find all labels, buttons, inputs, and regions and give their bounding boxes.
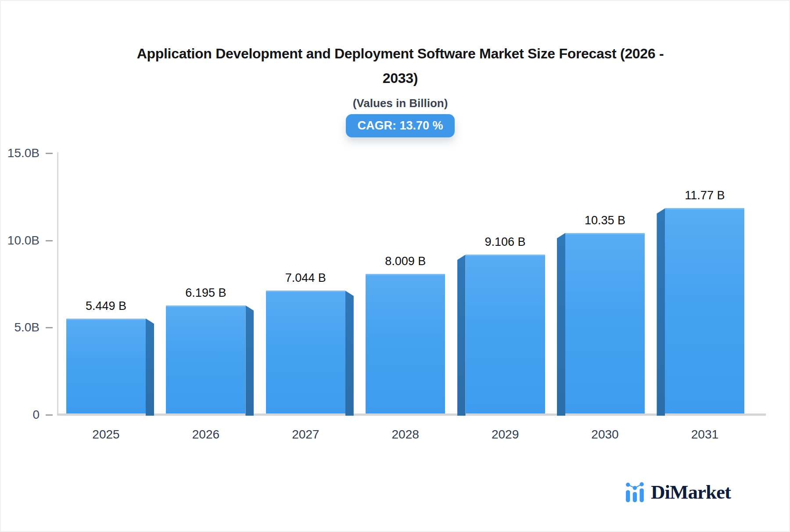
x-axis-label: 2025 [58, 428, 154, 442]
y-axis-tick [46, 153, 53, 154]
bar-value-label: 9.106 B [457, 235, 553, 249]
bar-3d-side [457, 255, 466, 416]
cagr-badge: CAGR: 13.70 % [346, 114, 454, 137]
bar-3d-side [345, 291, 354, 416]
bar-value-label: 6.195 B [158, 286, 254, 300]
bar-value-label: 10.35 B [557, 214, 654, 227]
x-axis-label: 2026 [158, 428, 254, 442]
dimarket-bars-icon [625, 482, 645, 502]
x-axis-label: 2029 [457, 428, 553, 442]
bar-2031[interactable] [665, 208, 744, 413]
bar-3d-side [146, 319, 154, 416]
y-axis-label: 5.0B [1, 321, 40, 334]
chart-title-line2: 2033) [383, 70, 418, 86]
bar-2029[interactable] [466, 255, 545, 413]
bar-3d-side [557, 233, 565, 416]
bar-value-label: 8.009 B [357, 255, 454, 268]
y-axis-tick [46, 414, 53, 416]
chart-header: Application Development and Deployment S… [11, 41, 789, 137]
y-axis-label: 10.0B [1, 234, 40, 247]
bar-2030[interactable] [565, 233, 645, 413]
y-axis-tick [46, 327, 53, 328]
y-axis-label: 0 [1, 408, 40, 421]
bar-3d-side [657, 208, 665, 416]
bar-value-label: 5.449 B [58, 299, 154, 313]
chart-subtitle: (Values in Billion) [11, 97, 789, 110]
bar-3d-side [245, 306, 254, 416]
x-axis-label: 2027 [257, 428, 354, 442]
bar-2027[interactable] [266, 291, 345, 413]
y-axis-line [57, 152, 58, 416]
brand-logo[interactable]: DiMarket [625, 482, 731, 502]
x-axis-label: 2028 [357, 428, 454, 442]
bar-2025[interactable] [66, 319, 146, 413]
chart-title: Application Development and Deployment S… [11, 41, 789, 90]
x-axis-label: 2030 [557, 428, 654, 442]
bar-2028[interactable] [366, 274, 445, 413]
bar-value-label: 11.77 B [657, 189, 753, 202]
x-axis-label: 2031 [657, 428, 753, 442]
bar-value-label: 7.044 B [257, 271, 354, 285]
chart-title-line1: Application Development and Deployment S… [137, 46, 664, 61]
chart-page: Application Development and Deployment S… [0, 0, 790, 532]
brand-name: DiMarket [651, 482, 731, 502]
bar-2026[interactable] [166, 306, 245, 413]
y-axis-tick [46, 240, 53, 241]
y-axis-label: 15.0B [1, 147, 40, 160]
